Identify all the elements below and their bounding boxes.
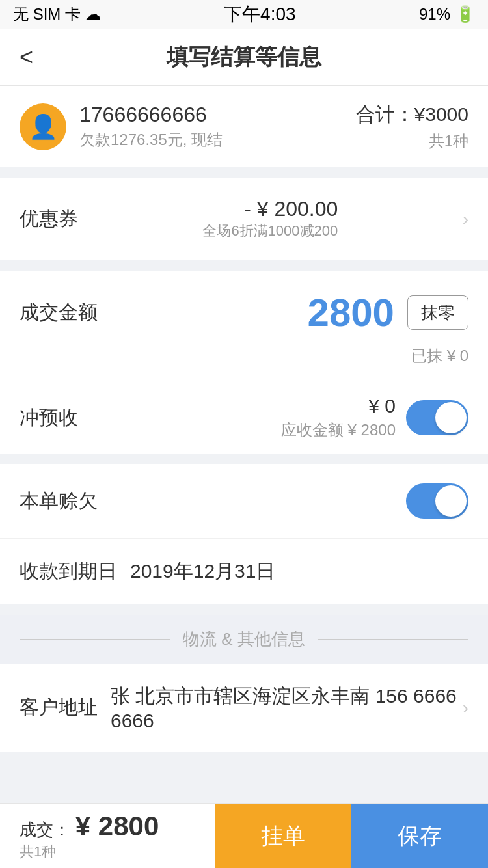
transaction-amount: 2800 [308,290,394,335]
address-label: 客户地址 [20,694,98,721]
save-button[interactable]: 保存 [351,804,488,869]
transaction-section: 成交金额 2800 抹零 已抹 ¥ 0 冲预收 ¥ 0 应收金额 ¥ 2800 [0,271,488,454]
duedate-label: 收款到期日 [20,558,117,585]
page-title: 填写结算等信息 [167,42,321,72]
address-value: 张 北京市市辖区海淀区永丰南 156 6666 6666 [111,683,463,732]
coupon-right: - ¥ 200.00 全场6折满1000减200 [202,197,338,241]
amount-value-wrapper: 2800 抹零 [308,290,468,335]
address-chevron-icon: › [463,698,468,718]
bottom-title: 成交： [20,820,70,839]
bottom-bar: 成交： ¥ 2800 共1种 挂单 保存 [0,803,488,868]
transaction-label: 成交金额 [20,299,98,326]
charge-label: 冲预收 [20,405,78,431]
debt-toggle-knob [435,485,467,517]
total-amount: 合计：¥3000 [356,102,468,128]
customer-info: 17666666666 欠款1276.35元, 现结 [79,103,223,150]
coupon-desc: 全场6折满1000减200 [202,221,338,241]
debt-row: 本单赊欠 [0,464,488,539]
debt-section: 本单赊欠 收款到期日 2019年12月31日 [0,464,488,604]
charge-right: ¥ 0 应收金额 ¥ 2800 [281,395,468,441]
bottom-summary: 成交： ¥ 2800 共1种 [0,811,215,861]
total-count: 共1种 [356,131,468,152]
toggle-knob [435,402,467,433]
battery-label: 91% [419,5,450,23]
sim-label: 无 SIM 卡 ☁ [13,4,101,25]
duedate-value: 2019年12月31日 [130,558,275,585]
status-right: 91% 🔋 [419,5,475,23]
customer-debt: 欠款1276.35元, 现结 [79,129,223,150]
coupon-value: - ¥ 200.00 [202,197,338,221]
customer-left: 👤 17666666666 欠款1276.35元, 现结 [20,103,223,150]
charge-main-value: ¥ 0 [281,395,396,417]
charge-toggle[interactable] [406,400,468,435]
status-time: 下午4:03 [224,2,296,27]
amount-row: 成交金额 2800 抹零 [0,271,488,346]
customer-right: 合计：¥3000 共1种 [356,102,468,152]
debt-toggle[interactable] [406,483,468,519]
charge-row: 冲预收 ¥ 0 应收金额 ¥ 2800 [0,382,488,454]
duedate-row: 收款到期日 2019年12月31日 [0,539,488,604]
customer-phone: 17666666666 [79,103,223,127]
divider-line-left [20,639,170,640]
coupon-label: 优惠券 [20,206,78,232]
back-button[interactable]: < [20,44,33,71]
content: 👤 17666666666 欠款1276.35元, 现结 合计：¥3000 共1… [0,86,488,840]
bottom-title-row: 成交： ¥ 2800 [20,811,195,842]
address-row[interactable]: 客户地址 张 北京市市辖区海淀区永丰南 156 6666 6666 › [0,664,488,752]
charge-sub-value: 应收金额 ¥ 2800 [281,420,396,441]
customer-card: 👤 17666666666 欠款1276.35元, 现结 合计：¥3000 共1… [0,86,488,167]
bottom-amount: ¥ 2800 [75,811,159,841]
divider-line-right [318,639,468,640]
bottom-count: 共1种 [20,842,195,861]
chevron-right-icon: › [463,209,468,230]
coupon-section: 优惠券 - ¥ 200.00 全场6折满1000减200 › [0,178,488,260]
avatar-icon: 👤 [29,113,58,141]
battery-icon: 🔋 [455,5,475,23]
transaction-sub: 已抹 ¥ 0 [0,346,488,382]
nav-bar: < 填写结算等信息 [0,29,488,86]
address-section: 客户地址 张 北京市市辖区海淀区永丰南 156 6666 6666 › [0,664,488,752]
avatar: 👤 [20,103,66,150]
charge-values: ¥ 0 应收金额 ¥ 2800 [281,395,396,441]
logistics-label: 物流 & 其他信息 [170,628,318,651]
hold-button[interactable]: 挂单 [215,804,351,869]
debt-label: 本单赊欠 [20,488,98,515]
coupon-row[interactable]: 优惠券 - ¥ 200.00 全场6折满1000减200 › [0,178,488,260]
status-left: 无 SIM 卡 ☁ [13,4,101,25]
round-button[interactable]: 抹零 [407,295,468,330]
logistics-divider: 物流 & 其他信息 [0,615,488,664]
status-bar: 无 SIM 卡 ☁ 下午4:03 91% 🔋 [0,0,488,29]
